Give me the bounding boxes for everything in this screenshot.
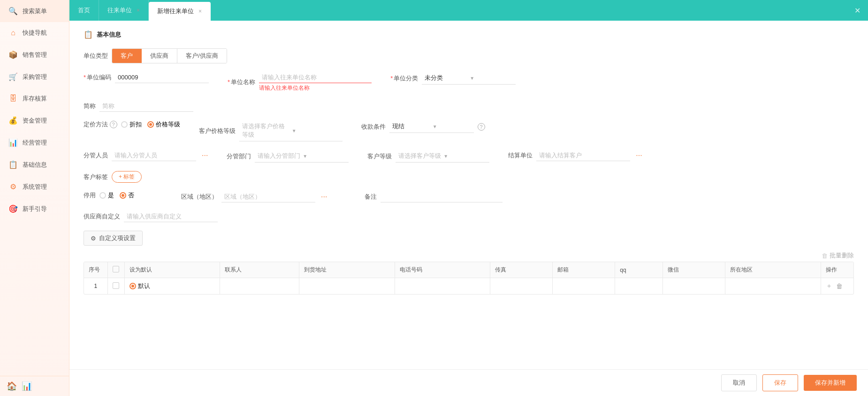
row-delete-icon[interactable]: 🗑 — [836, 282, 843, 290]
dept-select[interactable]: 请输入分管部门 ▼ — [255, 150, 349, 163]
sales-icon: 📦 — [8, 50, 18, 59]
col-action: 操作 — [821, 262, 853, 278]
cell-fax[interactable] — [490, 278, 553, 295]
col-phone: 电话号码 — [395, 262, 490, 278]
tab-new-partner-close[interactable]: × — [198, 8, 202, 15]
area-more-icon[interactable]: ··· — [321, 193, 327, 201]
payment-terms-label: 收款条件 — [361, 123, 386, 131]
manager-row: 分管人员 ··· 分管部门 请输入分管部门 ▼ 客户等级 请选择客户等级 ▼ 结… — [84, 150, 854, 163]
table-header-row: 序号 设为默认 联系人 到货地址 电话号码 传真 邮箱 qq 微信 所在地区 — [84, 262, 853, 278]
tab-partners[interactable]: 往来单位 × — [99, 0, 149, 21]
payment-terms-group: 收款条件 现结 ▼ ? — [361, 120, 485, 133]
finance-icon: 💰 — [8, 116, 18, 125]
cell-check[interactable] — [107, 278, 124, 295]
custom-setting-button[interactable]: ⚙ 自定义项设置 — [84, 231, 143, 246]
area-input[interactable] — [221, 191, 315, 202]
tag-row: 客户标签 + 标签 — [84, 171, 854, 183]
radio-no-circle — [120, 192, 126, 199]
category-arrow-icon: ▼ — [470, 76, 513, 81]
cell-wechat[interactable] — [662, 278, 725, 295]
col-contact: 联系人 — [220, 262, 299, 278]
tab-bar: 首页 往来单位 × 新增往来单位 × ✕ — [69, 0, 868, 21]
type-btn-both[interactable]: 客户/供应商 — [177, 49, 227, 63]
cell-address[interactable] — [299, 278, 395, 295]
row-checkbox[interactable] — [113, 282, 119, 289]
col-fax: 传真 — [490, 262, 553, 278]
settlement-more-icon[interactable]: ··· — [636, 151, 642, 160]
radio-no[interactable]: 否 — [120, 191, 134, 200]
cancel-button[interactable]: 取消 — [721, 374, 757, 391]
window-close-button[interactable]: ✕ — [847, 6, 868, 15]
type-btn-customer[interactable]: 客户 — [112, 49, 142, 63]
contact-table-wrapper: 序号 设为默认 联系人 到货地址 电话号码 传真 邮箱 qq 微信 所在地区 — [84, 262, 854, 295]
sidebar-item-quick-nav[interactable]: ⌂ 快捷导航 — [0, 22, 69, 44]
table-row: 1 默认 — [84, 278, 853, 295]
unit-name-label: *单位名称 — [228, 78, 255, 86]
inventory-icon: 🗄 — [8, 94, 18, 103]
col-region: 所在地区 — [725, 262, 821, 278]
sidebar-item-guide[interactable]: 🎯 新手引导 — [0, 198, 69, 220]
remark-group: 备注 — [365, 191, 503, 202]
remark-input[interactable] — [381, 191, 503, 202]
customer-level-group: 客户等级 请选择客户等级 ▼ — [367, 150, 489, 163]
customer-level-select[interactable]: 请选择客户等级 ▼ — [396, 150, 489, 163]
settlement-input[interactable] — [536, 150, 630, 161]
cell-email[interactable] — [553, 278, 615, 295]
unit-category-select[interactable]: 未分类 ▼ — [422, 72, 516, 85]
cell-phone[interactable] — [395, 278, 490, 295]
radio-discount[interactable]: 折扣 — [121, 120, 142, 129]
row-add-icon[interactable]: ＋ — [826, 282, 832, 290]
col-wechat: 微信 — [662, 262, 725, 278]
sidebar-item-sales[interactable]: 📦 销售管理 — [0, 44, 69, 66]
row-actions: ＋ 🗑 — [826, 282, 849, 290]
radio-price-level[interactable]: 价格等级 — [147, 120, 180, 129]
add-tag-button[interactable]: + 标签 — [112, 171, 142, 183]
customer-level-arrow-icon: ▼ — [443, 154, 487, 159]
cell-default: 默认 — [124, 278, 220, 295]
tab-partners-close[interactable]: × — [137, 7, 140, 14]
tab-new-partner[interactable]: 新增往来单位 × — [149, 2, 211, 21]
sidebar-item-system[interactable]: ⚙ 系统管理 — [0, 176, 69, 198]
tag-group: 客户标签 + 标签 — [84, 171, 142, 183]
operations-icon: 📊 — [8, 138, 18, 147]
tab-home[interactable]: 首页 — [69, 0, 99, 21]
disable-area-row: 停用 是 否 区域（地区） ··· 备注 — [84, 191, 854, 202]
sidebar-item-purchase[interactable]: 🛒 采购管理 — [0, 66, 69, 88]
radio-yes[interactable]: 是 — [99, 191, 114, 200]
supplier-custom-group: 供应商自定义 — [84, 211, 218, 222]
sidebar-item-finance[interactable]: 💰 资金管理 — [0, 109, 69, 132]
sidebar-item-search[interactable]: 🔍 搜索菜单 — [0, 0, 69, 22]
sidebar-item-inventory[interactable]: 🗄 库存核算 — [0, 88, 69, 109]
batch-delete-icon: 🗑 — [822, 252, 828, 259]
col-email: 邮箱 — [553, 262, 615, 278]
sidebar-item-basic-info[interactable]: 📋 基础信息 — [0, 154, 69, 176]
short-name-input[interactable] — [99, 101, 193, 112]
batch-delete-label[interactable]: 批量删除 — [830, 251, 854, 260]
unit-category-group: *单位分类 未分类 ▼ — [390, 72, 516, 85]
sidebar-item-operations[interactable]: 📊 经营管理 — [0, 132, 69, 154]
row-default-radio[interactable]: 默认 — [129, 282, 215, 290]
gear-icon: ⚙ — [91, 235, 96, 242]
supplier-custom-input[interactable] — [124, 211, 218, 222]
manager-more-icon[interactable]: ··· — [202, 151, 208, 160]
customer-level-label: 客户等级 — [367, 152, 392, 161]
footer-bar: 取消 保存 保存并新增 — [69, 369, 868, 396]
payment-terms-help-icon[interactable]: ? — [478, 123, 485, 131]
cell-qq[interactable] — [615, 278, 662, 295]
section-icon: 📋 — [84, 30, 93, 39]
save-new-button[interactable]: 保存并新增 — [804, 375, 857, 391]
payment-terms-select[interactable]: 现结 ▼ — [389, 120, 474, 133]
unit-name-input[interactable] — [259, 72, 372, 83]
unit-type-row: 单位类型 客户 供应商 客户/供应商 — [84, 48, 854, 63]
header-checkbox[interactable] — [113, 266, 119, 272]
purchase-icon: 🛒 — [8, 72, 18, 81]
type-btn-supplier[interactable]: 供应商 — [142, 49, 177, 63]
unit-code-input[interactable] — [115, 72, 209, 83]
cell-region[interactable] — [725, 278, 821, 295]
manager-input[interactable] — [112, 150, 196, 161]
customer-price-select[interactable]: 请选择客户价格等级 ▼ — [239, 120, 343, 141]
cell-contact[interactable] — [220, 278, 299, 295]
unit-category-label: *单位分类 — [390, 74, 418, 83]
pricing-help-icon[interactable]: ? — [110, 121, 117, 128]
save-button[interactable]: 保存 — [762, 374, 798, 391]
